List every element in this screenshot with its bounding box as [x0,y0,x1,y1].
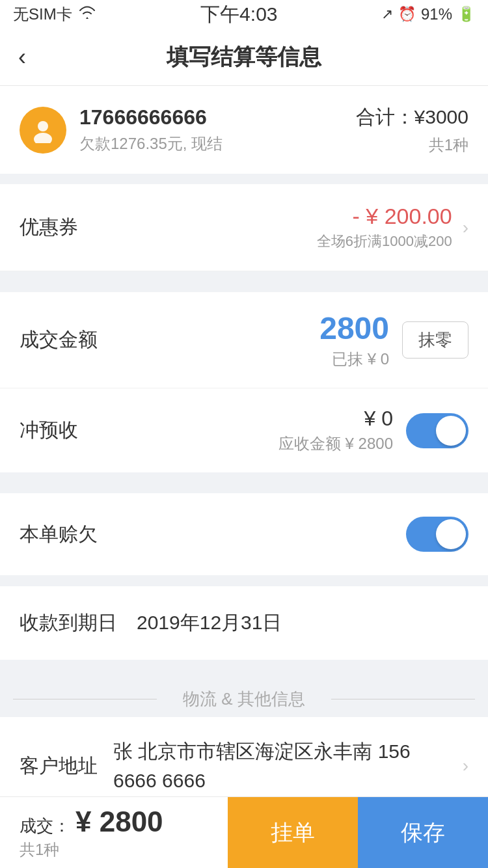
customer-phone: 17666666666 [79,105,223,129]
location-icon: ↗ [381,6,393,23]
prepay-toggle[interactable] [406,413,468,448]
status-time: 下午4:03 [200,1,277,28]
coupon-chevron-icon: › [463,217,468,238]
logistics-label: 物流 & 其他信息 [183,688,305,711]
logistics-divider: 物流 & 其他信息 [0,681,488,717]
prepay-toggle-knob [436,416,466,446]
coupon-right: - ¥ 200.00 全场6折满1000减200 › [317,204,468,251]
status-bar: 无SIM卡 下午4:03 ↗ ⏰ 91% 🔋 [0,0,488,29]
battery-icon: 🔋 [457,6,475,23]
status-right: ↗ ⏰ 91% 🔋 [381,5,475,23]
debt-label: 本单赊欠 [20,521,98,548]
customer-info: 17666666666 欠款1276.35元, 现结 [79,105,223,154]
coupon-section: 优惠券 - ¥ 200.00 全场6折满1000减200 › [0,184,488,271]
deal-amount-value: 2800 [319,310,389,346]
duedate-label: 收款到期日 [20,610,117,636]
divider-1 [0,282,488,292]
status-left: 无SIM卡 [13,4,97,25]
save-button[interactable]: 保存 [358,797,488,869]
address-value: 张 北京市市辖区海淀区永丰南 156 6666 6666 [113,737,447,795]
bottom-count: 共1种 [20,839,228,860]
svg-point-1 [34,133,52,143]
customer-card: 17666666666 欠款1276.35元, 现结 合计：¥3000 共1种 [0,86,488,174]
svg-point-0 [38,121,48,131]
prepay-receivable: 应收金额 ¥ 2800 [278,433,393,454]
debt-toggle[interactable] [406,517,468,552]
bottom-summary: 成交： ¥ 2800 共1种 [0,806,228,860]
coupon-desc: 全场6折满1000减200 [317,232,452,251]
hang-order-button[interactable]: 挂单 [228,797,358,869]
page-title: 填写结算等信息 [167,42,321,72]
wifi-icon [77,5,97,23]
divider-2 [0,483,488,493]
address-chevron-icon: › [463,755,468,776]
prepay-amount: ¥ 0 [278,407,393,431]
total-amount: 合计：¥3000 [356,104,468,131]
bottom-deal-label: 成交： [20,815,70,837]
erase-zero-button[interactable]: 抹零 [402,321,468,359]
coupon-row[interactable]: 优惠券 - ¥ 200.00 全场6折满1000减200 › [0,184,488,271]
coupon-label: 优惠券 [20,214,78,241]
logistics-line-left [13,699,157,699]
logistics-line-right [331,699,475,699]
debt-section: 本单赊欠 [0,493,488,575]
back-button[interactable]: ‹ [18,44,26,71]
avatar [20,107,66,154]
duedate-section: 收款到期日 2019年12月31日 [0,586,488,660]
prepay-label: 冲预收 [20,417,78,444]
deal-right: 2800 已抹 ¥ 0 抹零 [319,310,468,370]
customer-right: 合计：¥3000 共1种 [356,104,468,156]
carrier-text: 无SIM卡 [13,4,72,25]
nav-bar: ‹ 填写结算等信息 [0,29,488,86]
debt-toggle-knob [436,519,466,549]
prepay-amount-wrap: ¥ 0 应收金额 ¥ 2800 [278,407,393,454]
debt-row: 本单赊欠 [0,493,488,575]
prepay-row: 冲预收 ¥ 0 应收金额 ¥ 2800 [0,388,488,472]
prepay-right: ¥ 0 应收金额 ¥ 2800 [278,407,468,454]
address-label: 客户地址 [20,753,98,780]
alarm-icon: ⏰ [398,6,416,23]
content-area: 17666666666 欠款1276.35元, 现结 合计：¥3000 共1种 … [0,86,488,868]
bottom-bar: 成交： ¥ 2800 共1种 挂单 保存 [0,796,488,868]
deal-amount-row: 成交金额 2800 已抹 ¥ 0 抹零 [0,292,488,388]
total-count: 共1种 [356,135,468,156]
deal-amount-label: 成交金额 [20,327,98,353]
deal-amount-section: 成交金额 2800 已抹 ¥ 0 抹零 冲预收 ¥ 0 应收金额 ¥ 2800 [0,292,488,472]
coupon-amount: - ¥ 200.00 [317,204,452,229]
deal-amount-wrap: 2800 已抹 ¥ 0 [319,310,389,370]
divider-3 [0,670,488,681]
battery-text: 91% [421,5,452,23]
duedate-row: 收款到期日 2019年12月31日 [0,586,488,660]
bottom-deal-amount: ¥ 2800 [75,806,163,838]
customer-left: 17666666666 欠款1276.35元, 现结 [20,105,223,154]
customer-debt: 欠款1276.35元, 现结 [79,133,223,154]
deal-erased: 已抹 ¥ 0 [319,349,389,370]
duedate-value: 2019年12月31日 [137,610,282,636]
